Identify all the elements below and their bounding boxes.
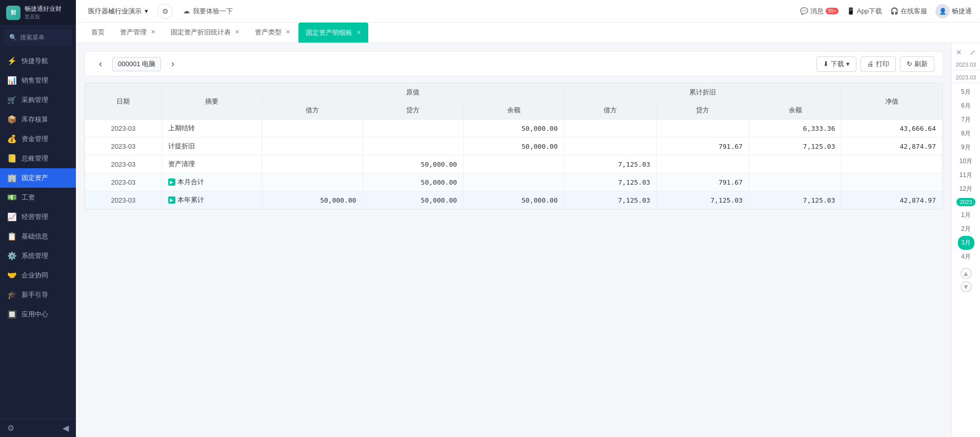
customer-service-action[interactable]: 🎧 在线客服 — [890, 7, 927, 16]
table-row: 2023-03计提折旧50,000.00791.677,125.0342,874… — [85, 137, 943, 155]
timeline-month-8[interactable]: 8月 — [952, 127, 980, 141]
app-name: 畅捷通好业财 — [25, 5, 62, 13]
system-label: 系统管理 — [22, 251, 48, 261]
tab-asset-type[interactable]: 资产类型 ✕ — [248, 23, 297, 43]
timeline-month-12[interactable]: 12月 — [952, 182, 980, 196]
tab-asset-detail[interactable]: 固定资产明细账 ✕ — [298, 23, 368, 43]
search-menu[interactable]: 🔍 搜索菜单 — [4, 29, 72, 46]
timeline-month-4[interactable]: 4月 — [952, 250, 980, 264]
purchase-label: 采购管理 — [22, 95, 48, 105]
th-net-value: 净值 — [842, 84, 943, 120]
service-label: 在线客服 — [901, 7, 927, 16]
panel-expand-button[interactable]: ⤢ — [968, 47, 978, 57]
year-badge[interactable]: 2023 — [956, 198, 975, 206]
message-badge: 99+ — [826, 8, 838, 14]
header-left: 医疗器械行业演示 ▾ ⚙ ☁ 我要体验一下 — [84, 4, 238, 19]
page-content: ‹ 000001 电脑 › ⬇ 下载 ▾ 🖨 打印 ↻ — [76, 43, 951, 437]
th-dep-balance: 余额 — [749, 102, 842, 120]
sidebar-item-salary[interactable]: 💵 工资 — [0, 188, 76, 207]
asset-nav-right: ⬇ 下载 ▾ 🖨 打印 ↻ 刷新 — [816, 56, 934, 72]
sidebar-item-apps[interactable]: 🔲 应用中心 — [0, 305, 76, 324]
download-label: 下载 — [831, 59, 844, 69]
logo-icon: 财 — [6, 6, 21, 20]
collab-label: 企业协同 — [22, 271, 48, 280]
collapse-icon[interactable]: ◀ — [63, 423, 69, 433]
inventory-label: 库存核算 — [22, 115, 48, 124]
message-action[interactable]: 💬 消息 99+ — [800, 7, 838, 16]
tab-dep-stats-label: 固定资产折旧统计表 — [171, 28, 231, 37]
timeline-month-10[interactable]: 10月 — [952, 154, 980, 168]
print-icon: 🖨 — [867, 60, 874, 68]
timeline-scroll-down[interactable]: ▼ — [961, 281, 972, 292]
th-dep-credit: 贷方 — [656, 102, 749, 120]
refresh-button[interactable]: ↻ 刷新 — [900, 56, 934, 72]
sidebar-item-sales[interactable]: 📊 销售管理 — [0, 71, 76, 90]
dropdown-icon: ▾ — [145, 7, 148, 15]
sidebar-item-guide[interactable]: 🎓 新手引导 — [0, 285, 76, 305]
download-arrow: ▾ — [846, 60, 850, 68]
sidebar: 财 畅捷通好业财 普及版 🔍 搜索菜单 ⚡ 快捷导航 📊 销售管理 🛒 采购管理… — [0, 0, 76, 437]
user-action[interactable]: 👤 畅捷通 — [935, 4, 972, 18]
timeline-month-9[interactable]: 9月 — [952, 141, 980, 154]
download-icon: ⬇ — [823, 60, 829, 68]
tab-home[interactable]: 首页 — [84, 23, 112, 43]
table-row: 2023-03上期结转50,000.006,333.3643,666.64 — [85, 120, 943, 137]
timeline-month-1[interactable]: 1月 — [952, 208, 980, 222]
sales-icon: 📊 — [7, 76, 16, 85]
timeline-month-7[interactable]: 7月 — [952, 113, 980, 127]
sales-label: 销售管理 — [22, 76, 48, 85]
tabs-bar: 首页 资产管理 ✕ 固定资产折旧统计表 ✕ 资产类型 ✕ 固定资产明细账 ✕ — [76, 23, 980, 43]
settings-icon[interactable]: ⚙ — [7, 423, 14, 433]
timeline-month-5[interactable]: 5月 — [952, 85, 980, 99]
timeline-scroll-up[interactable]: ▲ — [961, 268, 972, 279]
app-download-action[interactable]: 📱 App下载 — [847, 7, 882, 16]
sidebar-item-ledger[interactable]: 📒 总账管理 — [0, 149, 76, 168]
th-dep-debit: 借方 — [564, 102, 656, 120]
sidebar-bottom: ⚙ ◀ — [0, 419, 76, 437]
sidebar-item-fixed-assets[interactable]: 🏢 固定资产 — [0, 168, 76, 188]
prev-asset-button[interactable]: ‹ — [93, 56, 108, 72]
company-name: 医疗器械行业演示 — [88, 7, 142, 16]
experience-button[interactable]: ☁ 我要体验一下 — [178, 5, 238, 18]
sidebar-item-purchase[interactable]: 🛒 采购管理 — [0, 90, 76, 110]
sidebar-item-ops[interactable]: 📈 经营管理 — [0, 207, 76, 227]
sidebar-item-system[interactable]: ⚙️ 系统管理 — [0, 246, 76, 266]
base-icon: 📋 — [7, 232, 16, 241]
sidebar-item-base[interactable]: 📋 基础信息 — [0, 227, 76, 246]
print-button[interactable]: 🖨 打印 — [861, 56, 896, 72]
company-settings-button[interactable]: ⚙ — [157, 4, 173, 19]
ledger-icon: 📒 — [7, 154, 16, 163]
panel-close-button[interactable]: ✕ — [954, 47, 964, 57]
logo-text-area: 畅捷通好业财 普及版 — [25, 5, 62, 21]
sidebar-item-quicknav[interactable]: ⚡ 快捷导航 — [0, 51, 76, 71]
inventory-icon: 📦 — [7, 115, 16, 124]
company-selector[interactable]: 医疗器械行业演示 ▾ — [84, 5, 152, 18]
asset-nav-bar: ‹ 000001 电脑 › ⬇ 下载 ▾ 🖨 打印 ↻ — [84, 51, 943, 76]
th-original-value: 原值 — [262, 84, 564, 102]
sidebar-item-collab[interactable]: 🤝 企业协同 — [0, 266, 76, 285]
service-icon: 🎧 — [890, 7, 898, 15]
content-area: ‹ 000001 电脑 › ⬇ 下载 ▾ 🖨 打印 ↻ — [76, 43, 980, 437]
tab-asset-type-close[interactable]: ✕ — [286, 29, 290, 35]
download-button[interactable]: ⬇ 下载 ▾ — [816, 56, 856, 72]
tab-asset-management[interactable]: 资产管理 ✕ — [113, 23, 163, 43]
th-orig-credit: 贷方 — [363, 102, 463, 120]
timeline-month-6[interactable]: 6月 — [952, 99, 980, 113]
timeline-month-3-active[interactable]: 3月 — [958, 236, 974, 250]
tab-depreciation-stats[interactable]: 固定资产折旧统计表 ✕ — [164, 23, 247, 43]
timeline-panel: ✕ ⤢ 2023.03 2023.03 5月 6月 7月 8月 9月 10月 1… — [951, 43, 980, 437]
message-icon: 💬 — [800, 7, 808, 15]
timeline-month-11[interactable]: 11月 — [952, 168, 980, 182]
app-logo: 财 畅捷通好业财 普及版 — [0, 0, 76, 26]
timeline-month-2[interactable]: 2月 — [952, 222, 980, 236]
ledger-label: 总账管理 — [22, 154, 48, 163]
sidebar-item-finance[interactable]: 💰 资金管理 — [0, 129, 76, 149]
tab-asset-mgmt-close[interactable]: ✕ — [151, 29, 155, 35]
fixed-assets-label: 固定资产 — [22, 173, 48, 183]
tab-dep-stats-close[interactable]: ✕ — [235, 29, 239, 35]
quicknav-icon: ⚡ — [7, 56, 16, 66]
sidebar-item-inventory[interactable]: 📦 库存核算 — [0, 110, 76, 129]
next-asset-button[interactable]: › — [165, 56, 181, 72]
tab-asset-detail-close[interactable]: ✕ — [356, 29, 361, 36]
message-label: 消息 — [810, 7, 824, 16]
